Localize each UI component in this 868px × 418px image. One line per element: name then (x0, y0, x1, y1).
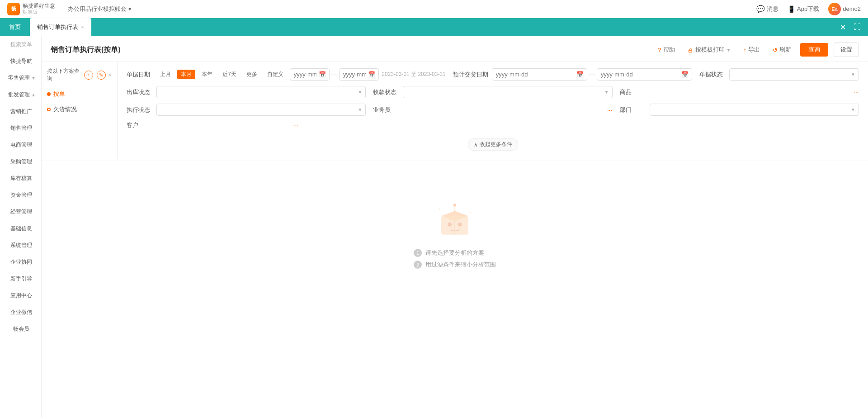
filter-row-1: 单据日期 上月 本月 本年 近7天 更多 自定义 (127, 68, 859, 81)
customer-dots-button[interactable]: ··· (293, 122, 298, 129)
add-scheme-button[interactable]: + (84, 71, 93, 80)
date-last-month-btn[interactable]: 上月 (156, 70, 175, 79)
help-button[interactable]: ? 帮助 (654, 44, 678, 56)
date-last7-btn[interactable]: 近7天 (219, 70, 240, 79)
sidebar-wholesale-label: 批发管理 (7, 91, 31, 99)
page-header-actions: ? 帮助 🖨 按模板打印 ▼ ↑ 导出 ↺ 刷新 (654, 43, 859, 57)
help-icon: ? (658, 47, 661, 53)
order-status-select[interactable] (729, 68, 859, 81)
date-custom-btn[interactable]: 自定义 (264, 70, 287, 79)
filter-row-3: 执行状态 ▼ 业务员 ··· (127, 104, 859, 116)
breadcrumb-arrow-icon[interactable]: ▾ (128, 5, 132, 12)
sidebar-item-marketing[interactable]: 营销推广 (0, 103, 41, 120)
export-button[interactable]: ↑ 导出 (740, 44, 764, 56)
page-container: 销售订单执行表(按单) ? 帮助 🖨 按模板打印 ▼ ↑ 导出 (42, 36, 868, 418)
empty-illustration (434, 199, 475, 240)
main-layout: 搜索菜单 快捷导航 零售管理 ▼ 批发管理 ▲ 营销推广 销售管理 电商管理 采… (0, 36, 868, 418)
tip-num-2: 2 (414, 261, 422, 269)
print-dropdown-icon: ▼ (726, 48, 731, 52)
app-download-label: App下载 (797, 5, 819, 13)
left-panel-header: 按以下方案查询 + ✎ « (42, 67, 117, 86)
avatar-text: Ea (832, 6, 838, 12)
expected-end-input[interactable] (597, 68, 692, 81)
scheme-item-欠货情况[interactable]: 欠货情况 (42, 102, 117, 117)
date-range-wrap: 📅 — 📅 (290, 68, 379, 81)
date-start-wrap: 📅 (290, 68, 330, 81)
date-start-input[interactable] (290, 68, 330, 81)
tab-bar: 首页 销售订单执行表 × ✕ ⛶ (0, 18, 868, 36)
sidebar-item-member[interactable]: 畅会员 (0, 321, 41, 337)
scheme-item-按单[interactable]: 按单 (42, 86, 117, 102)
sidebar-search-label: 搜索菜单 (10, 41, 32, 48)
sidebar-quick-nav-label: 快捷导航 (10, 58, 32, 64)
tab-sales-order[interactable]: 销售订单执行表 × (30, 18, 91, 36)
sidebar-item-ecommerce[interactable]: 电商管理 (0, 137, 41, 153)
logo-text: 畅捷通好生意 标准版 (23, 3, 55, 15)
query-button[interactable]: 查询 (800, 43, 828, 57)
message-button[interactable]: 💬 消息 (756, 5, 778, 13)
window-expand-icon[interactable]: ⛶ (852, 22, 863, 33)
logo-area: 畅 畅捷通好生意 标准版 (7, 3, 55, 15)
payment-status-select[interactable] (403, 86, 612, 98)
edit-scheme-icon: ✎ (99, 72, 104, 78)
sidebar-item-enterprise[interactable]: 企业协同 (0, 254, 41, 271)
tip-num-1: 1 (414, 249, 422, 257)
sidebar-item-system[interactable]: 系统管理 (0, 237, 41, 254)
collapse-panel-button[interactable]: « (108, 72, 112, 78)
collapse-more-button[interactable]: ∧ 收起更多条件 (468, 138, 518, 151)
shipment-status-select[interactable] (156, 86, 366, 98)
tip-text-1: 请先选择要分析的方案 (425, 249, 484, 257)
top-bar-right: 💬 消息 📱 App下载 Ea demo2 (756, 3, 861, 15)
content-area: 销售订单执行表(按单) ? 帮助 🖨 按模板打印 ▼ ↑ 导出 (42, 36, 868, 418)
sidebar-item-wholesale[interactable]: 批发管理 ▲ (0, 86, 41, 103)
settings-button[interactable]: 设置 (834, 43, 859, 57)
svg-point-6 (453, 204, 456, 207)
department-select[interactable] (650, 104, 859, 116)
sidebar-item-inventory[interactable]: 库存核算 (0, 170, 41, 187)
user-avatar: Ea (828, 3, 841, 15)
sidebar-item-finance[interactable]: 资金管理 (0, 187, 41, 204)
goods-filter: 商品 ··· (620, 88, 859, 96)
goods-input-area: ··· (650, 89, 859, 96)
execution-status-select[interactable] (156, 104, 366, 116)
sidebar-item-sales[interactable]: 销售管理 (0, 120, 41, 137)
sidebar-item-appstore[interactable]: 应用中心 (0, 287, 41, 304)
user-area[interactable]: Ea demo2 (828, 3, 861, 15)
sidebar-item-purchase[interactable]: 采购管理 (0, 153, 41, 170)
date-this-year-btn[interactable]: 本年 (198, 70, 216, 79)
refresh-button[interactable]: ↺ 刷新 (769, 44, 795, 56)
sidebar-item-newbie[interactable]: 新手引导 (0, 271, 41, 287)
empty-tip-1: 1 请先选择要分析的方案 (414, 249, 496, 257)
print-button[interactable]: 🖨 按模板打印 ▼ (684, 44, 735, 56)
sidebar-item-basic[interactable]: 基础信息 (0, 220, 41, 237)
expected-date-label: 预计交货日期 (453, 71, 489, 79)
window-close-icon[interactable]: ✕ (837, 22, 848, 33)
date-filter-label: 单据日期 (127, 71, 154, 79)
tab-home[interactable]: 首页 (0, 18, 30, 36)
app-download-button[interactable]: 📱 App下载 (788, 5, 819, 13)
tab-close-icon[interactable]: × (81, 24, 84, 30)
sidebar-item-retail[interactable]: 零售管理 ▼ (0, 70, 41, 86)
filter-layout: 按以下方案查询 + ✎ « 按单 (42, 62, 868, 159)
date-end-input[interactable] (339, 68, 379, 81)
date-more-btn[interactable]: 更多 (243, 70, 261, 79)
salesperson-filter: 业务员 ··· (373, 106, 612, 114)
goods-dots-button[interactable]: ··· (854, 89, 859, 96)
sidebar-item-wechat[interactable]: 企业微信 (0, 304, 41, 321)
sidebar-retail-label: 零售管理 (7, 74, 31, 82)
page-title: 销售订单执行表(按单) (51, 45, 121, 55)
svg-point-4 (458, 223, 462, 227)
svg-point-7 (439, 209, 440, 210)
sidebar-quick-nav[interactable]: 快捷导航 (0, 53, 41, 70)
salesperson-dots-button[interactable]: ··· (607, 106, 613, 114)
sidebar-item-operation[interactable]: 经营管理 (0, 204, 41, 220)
execution-status-filter: 执行状态 ▼ (127, 104, 366, 116)
sidebar: 搜索菜单 快捷导航 零售管理 ▼ 批发管理 ▲ 营销推广 销售管理 电商管理 采… (0, 36, 42, 418)
refresh-label: 刷新 (779, 46, 791, 54)
customer-filter: 客户 ··· (127, 121, 298, 129)
expected-date-dash: — (589, 71, 595, 78)
edit-scheme-button[interactable]: ✎ (97, 71, 106, 80)
expected-start-input[interactable] (492, 68, 587, 81)
date-this-month-btn[interactable]: 本月 (177, 70, 195, 79)
sidebar-search[interactable]: 搜索菜单 (0, 36, 41, 53)
